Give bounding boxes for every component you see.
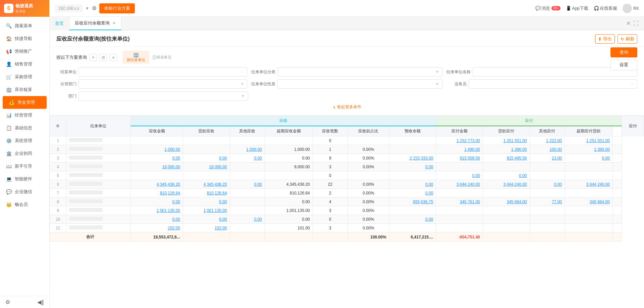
header-settings-icon[interactable]: ⚙ <box>92 5 97 11</box>
sidebar-item-guide[interactable]: 📖 新手引导 <box>0 160 49 173</box>
export-button[interactable]: ⬆ 导出 <box>595 34 615 44</box>
row-partner <box>66 163 131 171</box>
sidebar-item-label: 销售管理 <box>15 61 32 67</box>
th-settings[interactable]: ⚙ <box>50 116 66 136</box>
table-body: 1 0 1,252,773.00 1,251,551.00 1,222.00 1… <box>50 136 644 232</box>
sidebar-item-search[interactable]: 🔍 搜索菜单 <box>0 19 49 32</box>
sidebar-item-warehouse[interactable]: 🏢 库存核算 <box>0 83 49 96</box>
filter-area: 按以下方案查询 + ⊙ « 🏢 按往来单位 🕐 按业务员 <box>50 47 644 116</box>
sidebar-item-basic[interactable]: 📋 基础信息 <box>0 122 49 134</box>
row-partner <box>66 171 131 180</box>
row-seq: 7 <box>50 189 66 197</box>
table-row: 1 0 1,252,773.00 1,251,551.00 1,222.00 1… <box>50 136 644 145</box>
header-right: 💬 消息 99+ 📱 App下载 🎧 在线客服 Rit <box>535 4 639 13</box>
sidebar-item-corp[interactable]: 🏛️ 企业协同 <box>0 147 49 160</box>
query-button[interactable]: 查询 <box>610 47 637 57</box>
app-download-btn[interactable]: 📱 App下载 <box>566 5 588 11</box>
th-ar-count: 应收笔数 <box>313 126 347 136</box>
corp-icon: 🏛️ <box>5 151 12 156</box>
export-icon: ⬆ <box>598 37 602 42</box>
row-seq: 11 <box>50 224 66 232</box>
message-btn[interactable]: 💬 消息 99+ <box>535 5 560 11</box>
dept-select[interactable]: ▼ <box>78 79 247 89</box>
row-seq: 5 <box>50 171 66 180</box>
department-select[interactable]: ▼ <box>78 91 248 101</box>
user-avatar[interactable]: Rit <box>623 4 639 13</box>
filter-row-3: 部门 ▼ <box>56 91 637 101</box>
tab-home[interactable]: 首页 <box>50 17 69 30</box>
solution-button[interactable]: 体验行业方案 <box>99 3 135 13</box>
sidebar-item-operations[interactable]: 📊 经营管理 <box>0 109 49 122</box>
service-icon: 🎧 <box>594 6 599 11</box>
sidebar-item-sales[interactable]: 👤 销售管理 <box>0 58 49 71</box>
sidebar-item-label: 资金管理 <box>17 99 35 105</box>
header-dropdown-icon[interactable]: ▼ <box>85 6 89 11</box>
sidebar-item-quicknav[interactable]: 🏠 快捷导航 <box>0 32 49 45</box>
tab-close-icon[interactable]: ✕ <box>112 21 116 26</box>
sidebar-item-label: 基础信息 <box>15 125 32 131</box>
filter-row-2: 分管部门 ▼ 往来单位性质 ▼ 业务员 ··· <box>56 79 637 89</box>
filter-scheme-partner[interactable]: 🏢 按往来单位 <box>122 51 149 64</box>
row-partner <box>66 180 131 189</box>
tab-ar-query[interactable]: 应收应付余额查询 ✕ <box>69 17 121 30</box>
tab-bar: 首页 应收应付余额查询 ✕ ✕ ⛶ <box>50 17 644 30</box>
refresh-button[interactable]: ↻ 刷新 <box>618 34 637 44</box>
table-row: 11 152.00 152.00 101.00 3 0.00% <box>50 224 644 232</box>
purchase-icon: 🛒 <box>5 74 12 80</box>
filter-field-partner-name: 往来单位名称 <box>446 67 637 77</box>
sidebar-item-system[interactable]: ⚙️ 系统管理 <box>0 134 49 147</box>
hardware-icon: 💻 <box>5 176 12 182</box>
filter-collapse-btn[interactable]: « <box>110 54 117 61</box>
message-badge: 99+ <box>551 6 560 10</box>
home-tab-label: 首页 <box>55 20 64 27</box>
th-other-ap: 其他应付 <box>530 126 565 136</box>
settlement-input[interactable]: ··· <box>78 67 247 77</box>
filter-settings-btn[interactable]: ⊙ <box>100 54 107 61</box>
collapse-conditions-btn[interactable]: ∧ 收起更多条件 <box>56 103 637 111</box>
sidebar-item-label: 企业协同 <box>15 150 32 157</box>
sidebar-item-marketing[interactable]: 📢 营销推广 <box>0 45 49 58</box>
logo-sub: 标准版 <box>15 9 33 14</box>
th-ar-ratio: 应收款占比 <box>348 126 389 136</box>
table-area[interactable]: ⚙ 往来单位 应收 应付 应付 应收金额 贷款应收 其他应收 超期应收金额 应收… <box>50 116 644 299</box>
close-window-icon[interactable]: ✕ <box>626 20 631 27</box>
th-ap-note: 应付 <box>622 116 644 136</box>
setting-button[interactable]: 设置 <box>610 59 637 70</box>
sidebar: 6 畅捷通易 标准版 🔍 搜索菜单 🏠 快捷导航 📢 营销推广 👤 销售管理 🛒… <box>0 0 50 308</box>
table-row: 2 1,000.00 1,000.00 1,000.00 1 0.00% 1,4… <box>50 145 644 154</box>
footer-ar-ratio: 100.00% <box>348 232 389 242</box>
filter-scheme-salesperson[interactable]: 🕐 按业务员 <box>152 55 171 60</box>
sidebar-item-label: 快捷导航 <box>15 36 32 42</box>
sidebar-item-label: 系统管理 <box>15 138 32 144</box>
header-left: 192.168.x.x ▼ ⚙ 体验行业方案 <box>55 3 135 13</box>
download-icon: 📱 <box>566 6 571 11</box>
page-header: 应收应付余额查询(按往来单位) ⬆ 导出 ↻ 刷新 <box>50 30 644 47</box>
row-partner <box>66 145 131 154</box>
sidebar-item-purchase[interactable]: 🛒 采购管理 <box>0 71 49 83</box>
settlement-label: 结算单位 <box>56 69 76 75</box>
table-row: 6 4,345,436.20 4,345,436.20 0.00 4,345,4… <box>50 180 644 189</box>
salesperson-input[interactable]: ··· <box>469 79 637 89</box>
sidebar-item-member[interactable]: 👑 畅会员 <box>0 198 49 211</box>
partner-nature-label: 往来单位性质 <box>251 81 275 87</box>
filter-rows: 结算单位 ··· 往来单位分类 ▼ 往来单位名称 <box>56 67 637 101</box>
add-filter-btn[interactable]: + <box>90 54 97 61</box>
row-partner <box>66 215 131 224</box>
filter-toolbar: 按以下方案查询 + ⊙ « 🏢 按往来单位 🕐 按业务员 <box>56 51 637 64</box>
warehouse-icon: 🏢 <box>5 87 12 92</box>
sidebar-item-finance[interactable]: 💰 资金管理 <box>3 96 47 109</box>
sidebar-item-hardware[interactable]: 💻 智能硬件 <box>0 173 49 185</box>
row-partner <box>66 154 131 163</box>
online-service-btn[interactable]: 🎧 在线客服 <box>594 5 617 11</box>
guide-icon: 📖 <box>5 164 12 169</box>
settings-icon[interactable]: ⚙ <box>5 299 10 305</box>
basic-icon: 📋 <box>5 125 12 131</box>
maximize-window-icon[interactable]: ⛶ <box>633 20 639 27</box>
sidebar-item-label: 新手引导 <box>15 163 32 169</box>
main-content: 应收应付余额查询(按往来单位) ⬆ 导出 ↻ 刷新 按以下方案查询 + ⊙ « … <box>50 30 644 308</box>
partner-nature-select[interactable]: ▼ <box>277 79 442 89</box>
collapse-sidebar-icon[interactable]: ◀‖ <box>37 299 44 305</box>
th-ap-group: 应付 <box>436 116 622 126</box>
sidebar-item-weixin[interactable]: 💬 企业微信 <box>0 185 49 198</box>
partner-category-select[interactable]: ▼ <box>277 67 442 77</box>
